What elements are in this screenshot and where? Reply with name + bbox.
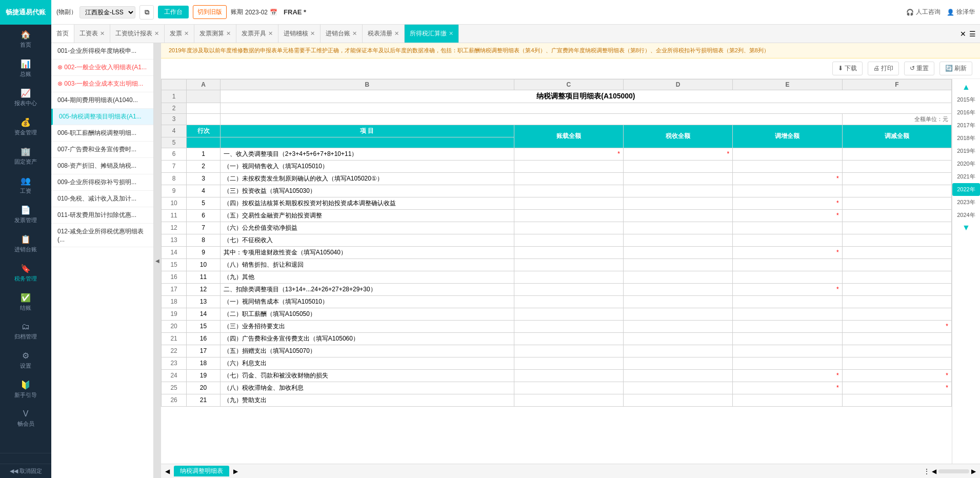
tab-close-purchase-check[interactable]: ✕: [310, 30, 315, 37]
sidebar-item-vip[interactable]: V畅会员: [0, 404, 51, 433]
tab-close-invoice[interactable]: ✕: [184, 30, 189, 37]
row-c[interactable]: [514, 345, 623, 357]
row-c[interactable]: [514, 185, 623, 197]
row-e[interactable]: [733, 160, 842, 172]
row-f[interactable]: *: [842, 320, 951, 332]
row-c[interactable]: [514, 369, 623, 382]
row-e[interactable]: [733, 394, 842, 406]
tab-close-payroll[interactable]: ✕: [100, 30, 105, 37]
year-item-2016[interactable]: 2016年: [952, 106, 980, 119]
row-c[interactable]: [514, 246, 623, 258]
row-f[interactable]: *: [842, 369, 951, 382]
row-f[interactable]: [842, 160, 951, 172]
left-panel-item-005[interactable]: 005-纳税调整项目明细表(A1...: [51, 109, 153, 125]
row-e[interactable]: [733, 345, 842, 357]
prev-sheet-button[interactable]: ◀: [165, 468, 170, 475]
reset-button[interactable]: ↺ 重置: [904, 62, 934, 75]
left-panel-item-004[interactable]: 004-期间费用明细表(A1040...: [51, 92, 153, 109]
left-panel-item-006[interactable]: 006-职工薪酬纳税调整明细...: [51, 125, 153, 142]
tab-close-purchase-ledger[interactable]: ✕: [352, 30, 357, 37]
row-c[interactable]: [514, 320, 623, 332]
tab-close-invoice-calc[interactable]: ✕: [226, 30, 231, 37]
row-c[interactable]: [514, 283, 623, 295]
year-item-2024[interactable]: 2024年: [952, 209, 980, 222]
tab-tax-clear[interactable]: 税表清册✕: [363, 25, 405, 43]
sidebar-item-archive[interactable]: 🗂归档管理: [0, 317, 51, 346]
year-item-2019[interactable]: 2019年: [952, 145, 980, 157]
tab-purchase-check[interactable]: 进销稽核✕: [278, 25, 321, 43]
year-item-2017[interactable]: 2017年: [952, 119, 980, 132]
tab-invoice-calc[interactable]: 发票测算✕: [194, 25, 236, 43]
row-d[interactable]: [623, 172, 732, 185]
row-f[interactable]: [842, 283, 951, 295]
row-e[interactable]: [733, 258, 842, 271]
tab-close-invoice-open[interactable]: ✕: [268, 30, 273, 37]
row-d[interactable]: [623, 357, 732, 369]
next-sheet-button[interactable]: ▶: [233, 468, 238, 475]
left-panel-item-001[interactable]: 001-企业所得税年度纳税申...: [51, 43, 153, 59]
row-f[interactable]: [842, 197, 951, 209]
row-e[interactable]: *: [733, 209, 842, 222]
row-f[interactable]: [842, 295, 951, 308]
left-panel-item-011[interactable]: 011-研发费用加计扣除优惠...: [51, 207, 153, 224]
row-d[interactable]: [623, 160, 732, 172]
user-menu[interactable]: 👤 徐泽华: [947, 8, 975, 16]
tab-home[interactable]: 首页: [51, 25, 74, 43]
year-down-button[interactable]: ▼: [961, 222, 972, 234]
print-button[interactable]: 🖨 打印: [868, 62, 899, 75]
row-c[interactable]: [514, 209, 623, 222]
row-c[interactable]: [514, 258, 623, 271]
row-e[interactable]: [733, 295, 842, 308]
sidebar-item-purchase-ledger[interactable]: 📋进销台账: [0, 229, 51, 258]
sidebar-item-payroll[interactable]: 👥工资: [0, 171, 51, 200]
row-f[interactable]: [842, 234, 951, 246]
row-f[interactable]: [842, 394, 951, 406]
row-d[interactable]: [623, 258, 732, 271]
row-d[interactable]: [623, 308, 732, 320]
year-item-2023[interactable]: 2023年: [952, 196, 980, 209]
sidebar-item-asset-mgmt[interactable]: 💰资金管理: [0, 112, 51, 142]
row-d[interactable]: [623, 222, 732, 234]
sidebar-item-settings[interactable]: ⚙设置: [0, 346, 51, 375]
row-d[interactable]: [623, 185, 732, 197]
left-panel-item-009[interactable]: 009-企业所得税弥补亏损明...: [51, 174, 153, 191]
row-d[interactable]: [623, 369, 732, 382]
row-c[interactable]: [514, 332, 623, 345]
row-f[interactable]: [842, 172, 951, 185]
tab-invoice-open[interactable]: 发票开具✕: [236, 25, 278, 43]
row-c[interactable]: [514, 357, 623, 369]
left-panel-item-003[interactable]: ⊗ 003-一般企业成本支出明细...: [51, 76, 153, 92]
row-c[interactable]: [514, 234, 623, 246]
row-e[interactable]: [733, 148, 842, 160]
row-c[interactable]: [514, 295, 623, 308]
row-e[interactable]: *: [733, 369, 842, 382]
left-panel-item-007[interactable]: 007-广告费和业务宣传费时...: [51, 142, 153, 158]
row-f[interactable]: [842, 345, 951, 357]
year-item-2018[interactable]: 2018年: [952, 132, 980, 145]
row-e[interactable]: [733, 222, 842, 234]
year-item-2021[interactable]: 2021年: [952, 170, 980, 183]
sidebar-item-tax[interactable]: 🔖税务管理: [0, 258, 51, 288]
row-f[interactable]: [842, 357, 951, 369]
tab-close-payroll-stats[interactable]: ✕: [154, 30, 159, 37]
sidebar-item-close[interactable]: ✅结账: [0, 288, 51, 317]
row-c[interactable]: [514, 222, 623, 234]
tab-purchase-ledger[interactable]: 进销台账✕: [321, 25, 363, 43]
year-item-2022[interactable]: 2022年: [952, 183, 980, 196]
tab-invoice[interactable]: 发票✕: [165, 25, 194, 43]
row-d[interactable]: *: [623, 148, 732, 160]
sidebar-item-new-guide[interactable]: 🔰新手引导: [0, 375, 51, 404]
row-f[interactable]: [842, 246, 951, 258]
company-select[interactable]: 江西股金-LSS: [79, 6, 135, 18]
sidebar-item-home[interactable]: 🏠首页: [0, 25, 51, 54]
row-d[interactable]: [623, 394, 732, 406]
row-e[interactable]: [733, 320, 842, 332]
old-version-button[interactable]: 切到旧版: [193, 5, 227, 19]
row-c[interactable]: [514, 308, 623, 320]
row-c[interactable]: [514, 394, 623, 406]
row-f[interactable]: [842, 222, 951, 234]
tab-income-tax[interactable]: 所得税汇算缴✕: [405, 25, 459, 43]
close-all-icon[interactable]: ✕: [960, 30, 966, 38]
row-c[interactable]: [514, 197, 623, 209]
row-d[interactable]: [623, 295, 732, 308]
